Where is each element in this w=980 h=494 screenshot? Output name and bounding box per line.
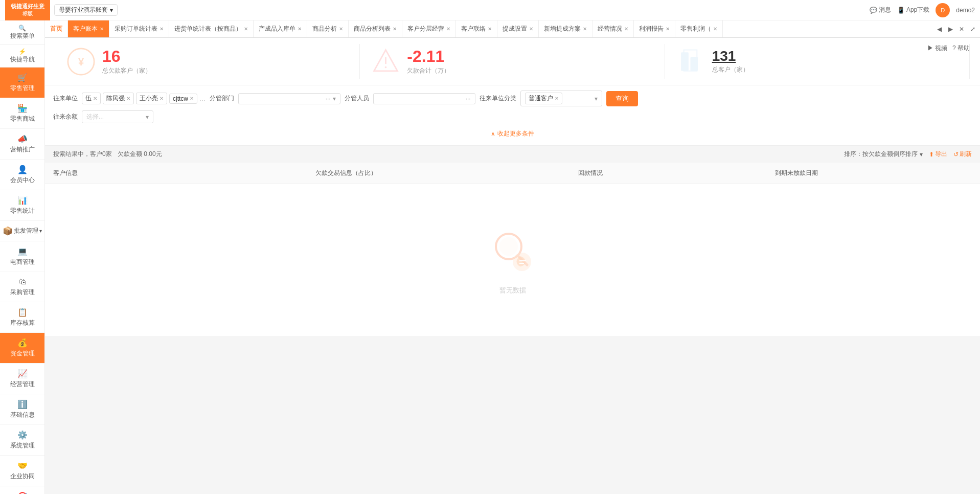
- sidebar-item-wholesale[interactable]: 📦 批发管理 ▾: [0, 221, 44, 241]
- tab-close-icon[interactable]: ✕: [244, 26, 248, 32]
- tab-product-inbound[interactable]: 产成品入库单 ✕: [254, 20, 307, 38]
- filter-tag-cjttcw[interactable]: cjttcw ✕: [169, 94, 197, 104]
- tab-controls: ◀ ▶ ✕ ⤢: [932, 24, 980, 34]
- sidebar-item-finance[interactable]: 💰 资金管理: [0, 333, 44, 364]
- tab-new-mention-plan[interactable]: 新增提成方案 ✕: [539, 20, 592, 38]
- stat-overdue-customers-label: 总欠款客户（家）: [102, 66, 151, 75]
- sidebar-item-enterprise[interactable]: 🤝 企业协同: [0, 456, 44, 486]
- tab-profit-report[interactable]: 利润报告 ✕: [634, 20, 675, 38]
- sidebar-item-ecommerce[interactable]: 💻 电商管理: [0, 241, 44, 272]
- sort-select[interactable]: 排序：按欠款金额倒序排序 ▾: [844, 150, 923, 159]
- video-btn[interactable]: ▶ 视频: [927, 44, 947, 53]
- tab-label: 产成品入库单: [259, 25, 295, 33]
- tab-close-icon[interactable]: ✕: [339, 26, 343, 32]
- tab-expand[interactable]: ⤢: [968, 24, 978, 34]
- sidebar-item-inventory[interactable]: 📋 库存核算: [0, 302, 44, 333]
- tab-accounts[interactable]: 客户账本 ✕: [68, 20, 109, 38]
- filter-tag-chen[interactable]: 陈民强 ✕: [103, 93, 134, 104]
- query-button[interactable]: 查询: [606, 91, 638, 106]
- tab-close-icon[interactable]: ✕: [446, 26, 450, 32]
- filter-add-more[interactable]: ...: [199, 95, 206, 103]
- tab-close-icon[interactable]: ✕: [624, 26, 628, 32]
- export-button[interactable]: ⬆ 导出: [929, 150, 947, 159]
- tab-retail-profit[interactable]: 零售利润（ ✕: [675, 20, 723, 38]
- stat-overdue-amount-label: 欠款合计（万）: [407, 66, 450, 75]
- sidebar-item-retail[interactable]: 🛒 零售管理: [0, 68, 44, 98]
- refresh-icon: ↺: [953, 151, 959, 158]
- download-icon: 📱: [897, 7, 905, 14]
- tab-business-status[interactable]: 经营情况 ✕: [592, 20, 634, 38]
- col-customer-info: 客户信息: [53, 167, 315, 179]
- person-filter-label: 分管人员: [345, 94, 369, 103]
- balance-select[interactable]: 选择... ▾: [82, 110, 153, 123]
- dept-select[interactable]: ··· ▾: [238, 93, 340, 104]
- tab-close-icon[interactable]: ✕: [298, 26, 302, 32]
- filter-tag-close[interactable]: ✕: [190, 96, 194, 101]
- sidebar-item-member[interactable]: 👤 会员中心: [0, 160, 44, 190]
- tab-mention-settings[interactable]: 提成设置 ✕: [497, 20, 539, 38]
- sidebar-item-newbie[interactable]: 🎯 新手引导: [0, 486, 44, 494]
- tab-close-icon[interactable]: ✕: [159, 26, 164, 32]
- customer-type-close[interactable]: ✕: [555, 96, 559, 101]
- sidebar-item-retail-stats[interactable]: 📊 零售统计: [0, 190, 44, 221]
- filter-tag-close[interactable]: ✕: [93, 96, 97, 101]
- sidebar-item-label: 零售管理: [10, 84, 35, 93]
- message-icon: 💬: [870, 7, 877, 14]
- sidebar-item-label: 经营管理: [10, 380, 35, 389]
- collapse-button[interactable]: ∧ 收起更多条件: [489, 127, 536, 140]
- tab-customer-tier[interactable]: 客户分层经营 ✕: [402, 20, 456, 38]
- sidebar-search-menu[interactable]: 🔍 搜索菜单: [0, 20, 44, 45]
- store-name: 母婴行业演示账套: [59, 6, 108, 14]
- tab-close-icon[interactable]: ✕: [100, 26, 104, 32]
- help-icon: ?: [952, 44, 956, 52]
- refresh-button[interactable]: ↺ 刷新: [953, 150, 972, 159]
- tab-customer-contact[interactable]: 客户联络 ✕: [456, 20, 497, 38]
- tab-close-icon[interactable]: ✕: [666, 26, 670, 32]
- customer-type-tag[interactable]: 普通客户 ✕: [525, 93, 562, 104]
- tab-scroll-right[interactable]: ▶: [945, 24, 955, 34]
- operation-icon: 📈: [17, 369, 28, 378]
- store-arrow: ▾: [110, 7, 113, 14]
- filter-tag-close[interactable]: ✕: [159, 96, 164, 101]
- avatar[interactable]: D: [936, 3, 950, 17]
- sidebar-quick-nav[interactable]: ⚡ 快捷导航: [0, 45, 44, 68]
- tab-label: 客户联络: [461, 25, 486, 33]
- empty-icon: [487, 225, 538, 278]
- filter-tag-wang[interactable]: 王小亮 ✕: [136, 93, 167, 104]
- tab-close-icon[interactable]: ✕: [488, 26, 492, 32]
- sidebar-item-label: 电商管理: [10, 258, 35, 266]
- tab-goods-analysis-list[interactable]: 商品分析列表 ✕: [349, 20, 402, 38]
- tab-goods-stats[interactable]: 进货单统计表（按商品） ✕: [169, 20, 254, 38]
- sidebar-item-purchase[interactable]: 🛍 采购管理: [0, 272, 44, 302]
- tab-goods-analysis[interactable]: 商品分析 ✕: [307, 20, 349, 38]
- tab-label: 客户账本: [73, 25, 98, 33]
- sidebar-item-label: 系统管理: [10, 441, 35, 450]
- store-selector[interactable]: 母婴行业演示账套 ▾: [54, 4, 118, 16]
- header-right: 💬 消息 📱 App下载 D demo2: [870, 3, 975, 17]
- stats-bar: ¥ 16 总欠款客户（家）: [45, 38, 980, 85]
- tab-scroll-left[interactable]: ◀: [934, 24, 944, 34]
- svg-text:¥: ¥: [78, 56, 84, 67]
- sidebar-item-operation[interactable]: 📈 经营管理: [0, 364, 44, 394]
- filter-tag-close[interactable]: ✕: [126, 96, 130, 101]
- tab-home[interactable]: 首页: [45, 20, 68, 38]
- sidebar-item-label: 批发管理: [14, 227, 38, 235]
- sidebar-item-marketing[interactable]: 📣 营销推广: [0, 129, 44, 160]
- tab-close-all[interactable]: ✕: [956, 24, 967, 34]
- app-download-btn[interactable]: 📱 App下载: [897, 6, 929, 14]
- tab-close-icon[interactable]: ✕: [529, 26, 533, 32]
- sidebar-item-retail-shop[interactable]: 🏪 零售商城: [0, 98, 44, 129]
- filter-tag-wu[interactable]: 伍 ✕: [82, 93, 101, 104]
- tab-close-icon[interactable]: ✕: [713, 26, 717, 32]
- tab-close-icon[interactable]: ✕: [393, 26, 397, 32]
- tab-close-icon[interactable]: ✕: [583, 26, 587, 32]
- tab-purchase-orders[interactable]: 采购订单统计表 ✕: [109, 20, 169, 38]
- unit-type-select[interactable]: 普通客户 ✕ ▾: [520, 91, 602, 106]
- stat-total-customers: 131 总客户（家）: [665, 44, 970, 79]
- message-btn[interactable]: 💬 消息: [870, 6, 891, 14]
- sidebar-item-system[interactable]: ⚙️ 系统管理: [0, 425, 44, 456]
- person-select[interactable]: ···: [373, 93, 475, 104]
- sidebar-item-basic-info[interactable]: ℹ️ 基础信息: [0, 394, 44, 425]
- help-btn[interactable]: ? 帮助: [952, 44, 970, 53]
- retail-shop-icon: 🏪: [17, 103, 28, 113]
